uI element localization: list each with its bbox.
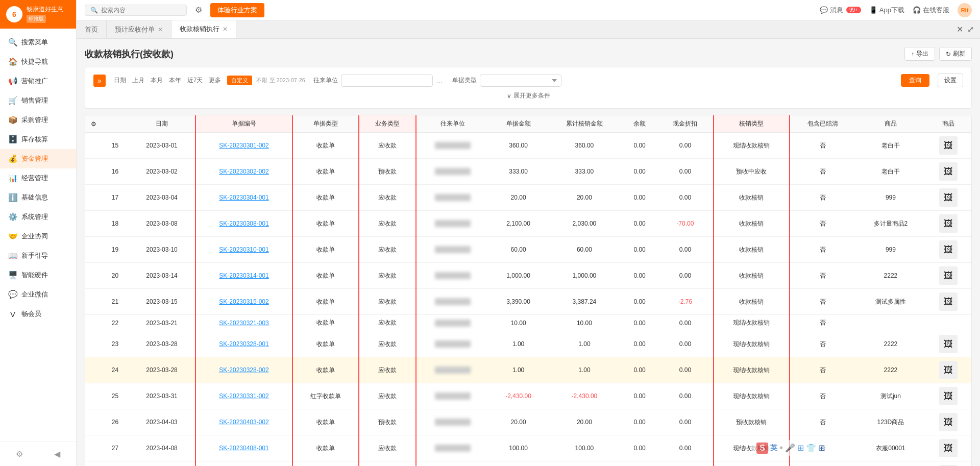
- expand-more-button[interactable]: ∨ 展开更多条件: [507, 91, 550, 100]
- cell-total-cancel: 20.00: [547, 185, 622, 211]
- sidebar-item-wechat[interactable]: 💬企业微信: [0, 285, 76, 304]
- sidebar-item-system[interactable]: ⚙️系统管理: [0, 207, 76, 227]
- cell-product-img: 🖼: [926, 435, 971, 461]
- expand-tab-icon[interactable]: ⤢: [967, 24, 974, 34]
- cell-sk-no[interactable]: SK-20230408-001: [195, 435, 292, 461]
- cell-cash-discount: 0.00: [657, 159, 714, 185]
- cell-sk-no[interactable]: SK-20230328-001: [195, 331, 292, 357]
- cell-product: 2222: [855, 461, 926, 467]
- cell-cancel-type: 收款核销: [714, 289, 790, 315]
- cell-cash-discount: -2.76: [657, 289, 714, 315]
- cell-total-cancel: 360.00: [547, 133, 622, 159]
- sidebar-item-quick-nav[interactable]: 🏠快捷导航: [0, 52, 76, 71]
- tab-home[interactable]: 首页: [77, 20, 107, 38]
- sidebar-item-hardware[interactable]: 🖥️智能硬件: [0, 265, 76, 285]
- cell-sk-no[interactable]: SK-20230328-002: [195, 357, 292, 383]
- receipt-type-select[interactable]: [480, 75, 561, 87]
- user-avatar[interactable]: Rit: [958, 3, 972, 17]
- refresh-button[interactable]: ↻ 刷新: [939, 47, 972, 61]
- cell-total-cancel: 3,387.24: [547, 289, 622, 315]
- sidebar-item-basic[interactable]: ℹ️基础信息: [0, 188, 76, 207]
- filter-dots: …: [436, 77, 444, 85]
- date-btn-7days[interactable]: 近7天: [185, 75, 205, 86]
- cell-sk-no[interactable]: SK-20230302-002: [195, 159, 292, 185]
- th-partner: 往来单位: [416, 115, 490, 133]
- sidebar-item-vip[interactable]: V畅会员: [0, 304, 76, 324]
- cell-sk-no[interactable]: SK-20230321-003: [195, 315, 292, 331]
- tab-collection[interactable]: 收款核销执行 ✕: [172, 20, 236, 38]
- cell-product: 老白干: [855, 133, 926, 159]
- table-row: 15 2023-03-01 SK-20230301-002 收款单 应收款 36…: [85, 133, 971, 159]
- cell-settings: [85, 315, 102, 331]
- sidebar-item-marketing[interactable]: 📢营销推广: [0, 71, 76, 91]
- cell-include-settled: 否: [790, 461, 855, 467]
- logo-icon: 6: [6, 6, 22, 22]
- settings-bottom-icon[interactable]: ⚙: [14, 447, 25, 461]
- tab-prepay[interactable]: 预计应收付单 ✕: [107, 20, 172, 38]
- sidebar-label-basic: 基础信息: [21, 193, 48, 202]
- sidebar-item-search[interactable]: 🔍搜索菜单: [0, 33, 76, 52]
- sidebar-label-quick-nav: 快捷导航: [21, 57, 48, 66]
- tab-collection-close[interactable]: ✕: [223, 26, 228, 33]
- cell-settings: [85, 237, 102, 263]
- custom-date-button[interactable]: 自定义: [227, 76, 252, 85]
- th-total-cancel: 累计核销金额: [547, 115, 622, 133]
- content-wrapper: 收款核销执行(按收款) ↑ 导出 ↻ 刷新 »: [85, 47, 972, 466]
- query-button[interactable]: 查询: [901, 74, 929, 87]
- cell-sk-no[interactable]: SK-20230418-001: [195, 461, 292, 467]
- message-item[interactable]: 💬 消息 99+: [820, 6, 861, 15]
- cell-total-cancel: 333.00: [547, 159, 622, 185]
- search-input[interactable]: [101, 7, 173, 14]
- solution-button[interactable]: 体验行业方案: [210, 3, 264, 17]
- cell-sk-no[interactable]: SK-20230304-001: [195, 185, 292, 211]
- cell-balance: 0.00: [622, 409, 657, 435]
- close-all-icon[interactable]: ✕: [957, 24, 963, 34]
- cell-row-num: 17: [102, 185, 129, 211]
- search-icon: 🔍: [90, 7, 98, 14]
- table-wrapper[interactable]: ⚙ 日期 单据编号 单据类型 业务类型 往来单位 单据金额 累计核销金额 余额: [85, 115, 971, 466]
- service-item[interactable]: 🎧 在线客服: [913, 6, 949, 15]
- cell-date: 2023-03-15: [129, 289, 195, 315]
- cell-total-cancel: 1.00: [547, 331, 622, 357]
- search-icon: 🔍: [8, 38, 17, 47]
- date-btn-this-month[interactable]: 本月: [149, 75, 165, 86]
- partner-input[interactable]: [341, 75, 433, 87]
- cell-sk-no[interactable]: SK-20230308-001: [195, 211, 292, 237]
- enterprise-icon: 🤝: [8, 232, 17, 241]
- cell-product-img: 🖼: [926, 237, 971, 263]
- sidebar-item-purchase[interactable]: 📦采购管理: [0, 110, 76, 130]
- search-input-area[interactable]: 🔍: [85, 5, 187, 16]
- cell-sk-no[interactable]: SK-20230314-001: [195, 263, 292, 289]
- message-badge: 99+: [846, 7, 861, 13]
- gear-icon[interactable]: ⚙: [195, 5, 202, 15]
- sidebar-item-inventory[interactable]: 🗄️库存核算: [0, 130, 76, 149]
- sidebar-item-sales[interactable]: 🛒销售管理: [0, 91, 76, 110]
- filter-expand-toggle[interactable]: »: [93, 75, 106, 87]
- sidebar-item-finance[interactable]: 💰资金管理: [0, 149, 76, 168]
- settings-button[interactable]: 设置: [938, 73, 963, 87]
- cell-product: 123D商品: [855, 409, 926, 435]
- cell-sk-no[interactable]: SK-20230331-002: [195, 383, 292, 409]
- product-thumbnail: 🖼: [939, 292, 958, 311]
- th-amount: 单据金额: [489, 115, 547, 133]
- tab-prepay-close[interactable]: ✕: [158, 26, 163, 33]
- sidebar-item-enterprise[interactable]: 🤝企业协同: [0, 227, 76, 246]
- sidebar-item-operations[interactable]: 📊经营管理: [0, 168, 76, 188]
- cell-sk-no[interactable]: SK-20230315-002: [195, 289, 292, 315]
- date-btn-more[interactable]: 更多: [207, 75, 223, 86]
- cell-partner: [416, 185, 490, 211]
- date-btn-this-year[interactable]: 本年: [167, 75, 183, 86]
- cell-sk-no[interactable]: SK-20230301-002: [195, 133, 292, 159]
- sidebar-item-guide[interactable]: 📖新手引导: [0, 246, 76, 265]
- collapse-icon[interactable]: ◀: [52, 447, 62, 461]
- quick-nav-icon: 🏠: [8, 57, 17, 66]
- cell-partner: [416, 383, 490, 409]
- cell-sk-no[interactable]: SK-20230310-001: [195, 237, 292, 263]
- date-btn-last-month[interactable]: 上月: [130, 75, 146, 86]
- app-download-item[interactable]: 📱 App下载: [869, 6, 904, 15]
- th-settings[interactable]: ⚙: [85, 115, 102, 133]
- export-button[interactable]: ↑ 导出: [904, 47, 935, 61]
- cell-partner: [416, 159, 490, 185]
- th-date: 日期: [129, 115, 195, 133]
- cell-sk-no[interactable]: SK-20230403-002: [195, 409, 292, 435]
